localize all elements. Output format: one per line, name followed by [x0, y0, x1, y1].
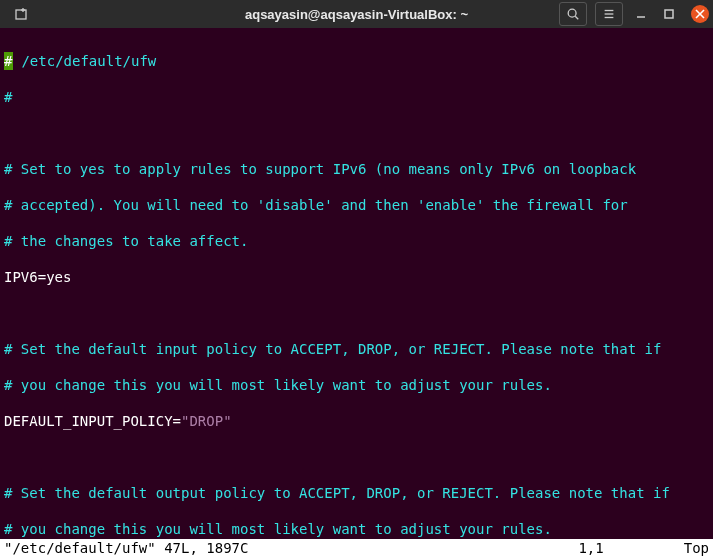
- comment-line: #: [4, 88, 709, 106]
- cursor: #: [4, 52, 13, 70]
- file-header: /etc/default/ufw: [13, 53, 156, 69]
- config-input-val: "DROP": [181, 413, 232, 429]
- svg-rect-9: [665, 10, 673, 18]
- comment-line: # Set to yes to apply rules to support I…: [4, 160, 709, 178]
- status-position: 1,1: [578, 539, 603, 557]
- comment-line: # Set the default input policy to ACCEPT…: [4, 340, 709, 358]
- close-button[interactable]: [691, 5, 709, 23]
- terminal-content[interactable]: # /etc/default/ufw # # Set to yes to app…: [0, 28, 713, 557]
- maximize-button[interactable]: [657, 4, 681, 24]
- comment-line: # the changes to take affect.: [4, 232, 709, 250]
- comment-line: # you change this you will most likely w…: [4, 520, 709, 538]
- status-scroll: Top: [684, 539, 709, 557]
- new-tab-button[interactable]: [8, 2, 36, 26]
- comment-line: # you change this you will most likely w…: [4, 376, 709, 394]
- comment-line: # Set the default output policy to ACCEP…: [4, 484, 709, 502]
- svg-rect-0: [16, 10, 26, 19]
- menu-button[interactable]: [595, 2, 623, 26]
- svg-point-3: [568, 9, 576, 17]
- config-input-key: DEFAULT_INPUT_POLICY=: [4, 413, 181, 429]
- search-button[interactable]: [559, 2, 587, 26]
- comment-line: # accepted). You will need to 'disable' …: [4, 196, 709, 214]
- svg-line-4: [575, 16, 578, 19]
- config-ipv6: IPV6=yes: [4, 268, 709, 286]
- minimize-button[interactable]: [629, 4, 653, 24]
- vim-statusbar: "/etc/default/ufw" 47L, 1897C 1,1 Top: [0, 539, 713, 557]
- titlebar: aqsayasin@aqsayasin-VirtualBox: ~: [0, 0, 713, 28]
- window-title: aqsayasin@aqsayasin-VirtualBox: ~: [245, 7, 468, 22]
- status-file-info: "/etc/default/ufw" 47L, 1897C: [4, 539, 248, 557]
